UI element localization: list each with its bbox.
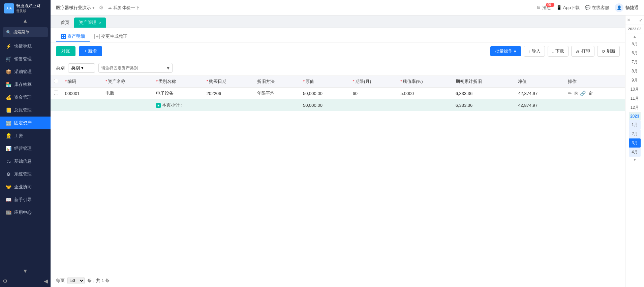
tab-home[interactable]: 首页: [56, 18, 74, 28]
link-button[interactable]: 🔗: [580, 91, 586, 96]
app-download-button[interactable]: 📱 App下载: [556, 5, 580, 11]
category-input-select[interactable]: ▾: [98, 63, 173, 73]
calendar-up-button[interactable]: ▲: [625, 33, 644, 39]
pagination: 每页 50 100 条，共 1 条: [51, 274, 625, 287]
topbar-gear-icon[interactable]: ⚙: [99, 4, 103, 11]
sub-tabs: 资产明细 变更生成凭证: [51, 28, 625, 42]
avatar: 👤: [615, 3, 623, 12]
company-name: 医疗器械行业演示: [56, 5, 91, 11]
sidebar-item-sales[interactable]: 🛒 销售管理: [0, 53, 51, 65]
svg-rect-5: [97, 35, 97, 38]
sidebar-item-ledger[interactable]: 📒 总账管理: [0, 104, 51, 117]
reconcile-button[interactable]: 对账: [56, 46, 75, 56]
system-icon: ⚙: [5, 171, 11, 177]
calendar-month-item[interactable]: 11月: [629, 94, 641, 103]
guide-icon: 📖: [5, 197, 11, 203]
purchase-icon: 📦: [5, 69, 11, 75]
row-original-value: 50,000.00: [300, 88, 349, 99]
row-checkbox[interactable]: [54, 91, 58, 95]
company-selector[interactable]: 医疗器械行业演示 ▾: [56, 5, 95, 11]
tab-asset-mgmt[interactable]: 资产管理 ×: [74, 18, 106, 28]
page-area: 首页 资产管理 × 资产明细: [51, 15, 625, 287]
sidebar-item-guide[interactable]: 📖 新手引导: [0, 193, 51, 206]
search-menu-button[interactable]: 🔍 搜索菜单: [3, 27, 48, 37]
refresh-button[interactable]: ↺ 刷新: [597, 46, 620, 57]
select-all-checkbox[interactable]: [54, 79, 58, 83]
sidebar-scroll-up[interactable]: ▲: [0, 17, 51, 25]
sidebar-item-enterprise[interactable]: 🤝 企业协同: [0, 181, 51, 193]
row-depreciation-method: 年限平均: [254, 88, 300, 99]
online-service-button[interactable]: 💬 在线客服: [585, 5, 609, 11]
col-purchase-date: *购买日期: [203, 76, 254, 88]
print-icon: 🖨: [576, 49, 580, 54]
calendar-month-item[interactable]: 10月: [629, 85, 641, 94]
collapse-sidebar-button[interactable]: ◀: [44, 278, 48, 284]
col-residual-rate: *残值率(%): [397, 76, 452, 88]
calendar-month-item[interactable]: 7月: [629, 58, 641, 67]
print-button[interactable]: 🖨 打印: [571, 46, 594, 57]
category-dropdown-button[interactable]: ▾: [164, 63, 172, 72]
category-type-select[interactable]: 类别 ▾: [68, 63, 95, 73]
ledger-icon: 📒: [5, 107, 11, 113]
batch-chevron-icon: ▾: [514, 49, 516, 54]
right-panel: ✕ ⤢ 2023.03 ▲ 5月6月7月8月9月10月11月12月20231月2…: [625, 15, 644, 287]
batch-ops-button[interactable]: 批量操作 ▾: [490, 46, 521, 56]
sidebar-item-fixed-assets[interactable]: 🏢 固定资产: [0, 117, 51, 129]
calendar-month-item[interactable]: 8月: [629, 67, 641, 76]
svg-rect-0: [62, 35, 63, 36]
sidebar-item-inventory[interactable]: 🏪 库存核算: [0, 78, 51, 91]
calendar-month-item[interactable]: 6月: [629, 49, 641, 58]
calendar-down-button[interactable]: ▼: [625, 157, 644, 163]
sidebar-bottom: ⚙ ◀: [0, 275, 51, 287]
category-search-input[interactable]: [99, 64, 164, 72]
delete-button[interactable]: 🗑: [588, 91, 593, 96]
experience-button[interactable]: ☁ 我要体验一下: [108, 5, 140, 11]
calendar-month-item[interactable]: 4月: [629, 148, 641, 157]
close-panel-button[interactable]: ✕: [627, 18, 631, 23]
payroll-icon: 👷: [5, 133, 11, 139]
settings-icon[interactable]: ⚙: [3, 278, 7, 284]
col-accumulated-depreciation: 期初累计折旧: [452, 76, 515, 88]
calendar-month-item[interactable]: 12月: [629, 103, 641, 112]
sidebar-item-basic-info[interactable]: 🗂 基础信息: [0, 155, 51, 168]
subtotal-row: ■本页小计： 50,000.00 6,333.36 42,874.97: [51, 99, 625, 111]
change-voucher-tab-icon: [94, 34, 100, 39]
copy-button[interactable]: ⎘: [575, 91, 577, 96]
sidebar-item-appstore[interactable]: 🏬 应用中心: [0, 206, 51, 219]
calendar-month-item[interactable]: 2月: [629, 129, 641, 138]
enterprise-icon: 🤝: [5, 184, 11, 190]
edit-button[interactable]: ✏: [568, 91, 572, 96]
expand-panel-button[interactable]: ⤢: [639, 18, 643, 23]
calendar-months: 5月6月7月8月9月10月11月12月20231月2月3月4月: [629, 39, 641, 157]
row-residual-rate: 5.0000: [397, 88, 452, 99]
row-checkbox-cell: [51, 88, 62, 99]
row-purchase-date: 202206: [203, 88, 254, 99]
calendar-month-item[interactable]: 5月: [629, 39, 641, 49]
sidebar-scroll-down[interactable]: ▼: [0, 267, 51, 275]
user-menu[interactable]: 👤 畅捷通: [615, 3, 639, 12]
sidebar-item-purchase[interactable]: 📦 采购管理: [0, 65, 51, 78]
tab-close-icon[interactable]: ×: [99, 21, 101, 25]
col-category: *类别名称: [153, 76, 203, 88]
per-page-select[interactable]: 50 100: [67, 277, 85, 284]
company-chevron-icon: ▾: [92, 5, 95, 10]
calendar-month-item[interactable]: 1月: [629, 120, 641, 129]
sidebar-item-payroll[interactable]: 👷 工资: [0, 129, 51, 142]
import-button[interactable]: ↑ 导入: [524, 46, 545, 57]
message-button[interactable]: 🖥 消息 99+: [536, 5, 551, 11]
download-icon2: ↓: [552, 49, 554, 54]
calendar-month-item[interactable]: 9月: [629, 76, 641, 85]
sidebar-item-quicknav[interactable]: ⚡ 快捷导航: [0, 40, 51, 53]
calendar-month-item[interactable]: 3月: [629, 138, 641, 148]
sub-tab-asset-detail[interactable]: 资产明细: [56, 31, 90, 42]
subtotal-label: ■本页小计：: [153, 99, 254, 111]
new-button[interactable]: + 新增: [79, 46, 102, 56]
fixed-assets-icon: 🏢: [5, 120, 11, 126]
download-button[interactable]: ↓ 下载: [548, 46, 569, 57]
per-page-label: 每页: [56, 278, 65, 284]
sidebar-item-system[interactable]: ⚙ 系统管理: [0, 168, 51, 181]
sidebar-item-funds[interactable]: 💰 资金管理: [0, 91, 51, 104]
sub-tab-change-voucher[interactable]: 变更生成凭证: [90, 31, 132, 42]
col-depreciation-method: 折旧方法: [254, 76, 300, 88]
sidebar-item-operations[interactable]: 📊 经营管理: [0, 142, 51, 155]
